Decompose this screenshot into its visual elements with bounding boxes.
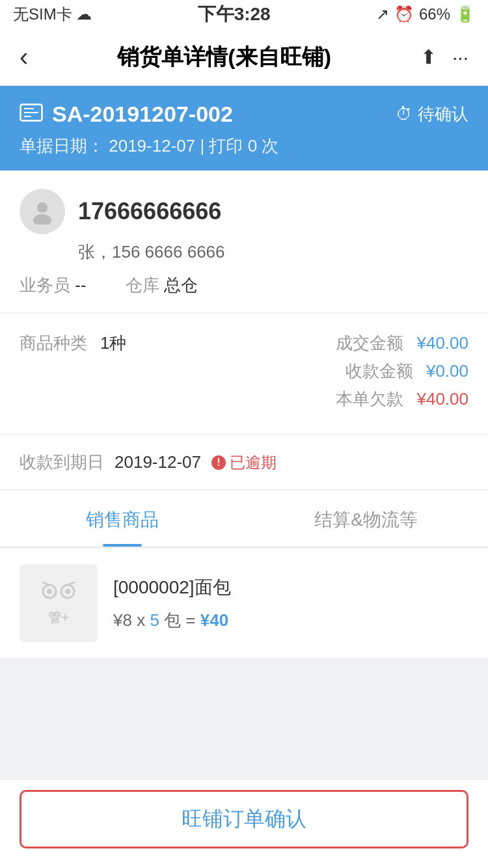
status-clock-icon: ⏱ [396,104,413,124]
brand-logo: 管+ [39,580,78,627]
order-id: SA-20191207-002 [20,102,233,127]
status-right: ↗ ⏰ 66% 🔋 [376,5,475,23]
avatar [20,189,65,234]
print-unit: 次 [262,136,278,156]
svg-line-11 [68,582,74,585]
due-section: 收款到期日 2019-12-07 ! 已逾期 [0,435,488,489]
logo-eyes [39,580,78,608]
confirm-button[interactable]: 旺铺订单确认 [20,790,468,848]
status-left: 无SIM卡 ☁ [13,4,92,25]
more-button[interactable]: ··· [452,46,468,68]
overdue-icon: ! [211,455,226,470]
separator: | [200,136,209,156]
order-date-value: 2019-12-07 [109,136,195,156]
price-eq: = [185,610,200,630]
print-label: 打印 [209,136,243,156]
overdue-badge: ! 已逾期 [211,452,277,473]
summary-section: 商品种类 1种 成交金额 ¥40.00 收款金额 ¥0.00 本单欠款 ¥40.… [0,314,488,434]
price-value: ¥8 [113,610,132,630]
debt-label: 本单欠款 [336,388,403,411]
salesperson-label: 业务员 [20,275,70,295]
tabs-row: 销售商品 结算&物流等 [0,491,488,547]
customer-section: 17666666666 张，156 6666 6666 业务员 -- 仓库 总仓 [0,170,488,312]
status-time: 下午3:28 [198,2,271,27]
svg-point-9 [65,589,70,594]
bottom-bar: 旺铺订单确认 [0,779,488,868]
product-info: [0000002]面包 ¥8 x 5 包 = ¥40 [113,575,468,632]
received-row: 收款金额 ¥0.00 [336,360,468,383]
debt-row: 本单欠款 ¥40.00 [336,388,468,411]
product-qty: 5 [150,610,159,630]
received-label: 收款金额 [346,360,413,383]
svg-point-7 [47,589,52,594]
order-status: ⏱ 待确认 [396,103,468,126]
warehouse-value: 总仓 [164,275,198,295]
summary-left: 商品种类 1种 [20,332,126,355]
received-value: ¥0.00 [426,361,468,381]
tab-settlement[interactable]: 结算&物流等 [244,491,488,547]
product-kind-label: 商品种类 [20,332,87,355]
nav-bar: ‹ 销货单详情(来自旺铺) ⬆ ··· [0,29,488,86]
due-date-value: 2019-12-07 [115,452,201,472]
order-id-text: SA-20191207-002 [52,102,233,127]
tab-products[interactable]: 销售商品 [0,491,244,547]
date-label: 单据日期： [20,136,104,156]
svg-point-4 [37,202,47,213]
product-total: ¥40 [200,610,228,630]
status-bar: 无SIM卡 ☁ 下午3:28 ↗ ⏰ 66% 🔋 [0,0,488,29]
order-date-row: 单据日期： 2019-12-07 | 打印 0 次 [20,135,468,157]
clock-icon: ⏰ [394,5,414,23]
order-doc-icon [20,102,43,127]
salesperson-value: -- [75,275,86,295]
product-thumbnail: 管+ [20,564,98,642]
battery-icon: 🔋 [455,5,475,23]
battery-label: 66% [419,5,450,23]
product-kind-row: 商品种类 1种 [20,332,126,355]
page-title: 销货单详情(来自旺铺) [117,42,331,72]
product-item: 管+ [0000002]面包 ¥8 x 5 包 = ¥40 [20,564,468,642]
customer-name: 张，156 6666 6666 [20,241,468,264]
product-section: 管+ [0000002]面包 ¥8 x 5 包 = ¥40 [0,549,488,658]
print-count: 0 [248,136,257,156]
svg-point-5 [33,214,51,224]
amount-label: 成交金额 [336,332,403,355]
amount-value: ¥40.00 [416,333,468,353]
price-x: x [137,610,150,630]
price-unit: 包 [164,610,181,630]
summary-right: 成交金额 ¥40.00 收款金额 ¥0.00 本单欠款 ¥40.00 [336,332,468,416]
nav-actions: ⬆ ··· [420,46,468,68]
customer-meta: 业务员 -- 仓库 总仓 [20,274,468,297]
product-name: [0000002]面包 [113,575,468,600]
warehouse-label: 仓库 [126,275,159,295]
product-kind-value: 1种 [100,332,126,355]
order-header: SA-20191207-002 ⏱ 待确认 单据日期： 2019-12-07 |… [0,86,488,170]
due-label: 收款到期日 [20,451,104,474]
amount-row: 成交金额 ¥40.00 [336,332,468,355]
product-price: ¥8 x 5 包 = ¥40 [113,609,468,632]
signal-icon: ↗ [376,5,389,23]
debt-value: ¥40.00 [416,389,468,409]
sim-label: 无SIM卡 ☁ [13,4,92,25]
status-text: 待确认 [418,103,468,126]
customer-phone[interactable]: 17666666666 [78,198,221,225]
overdue-text: 已逾期 [230,452,277,473]
back-button[interactable]: ‹ [20,42,28,72]
svg-line-10 [43,582,49,585]
tabs-section: 销售商品 结算&物流等 [0,491,488,547]
share-button[interactable]: ⬆ [420,46,437,68]
logo-text: 管+ [48,609,69,627]
